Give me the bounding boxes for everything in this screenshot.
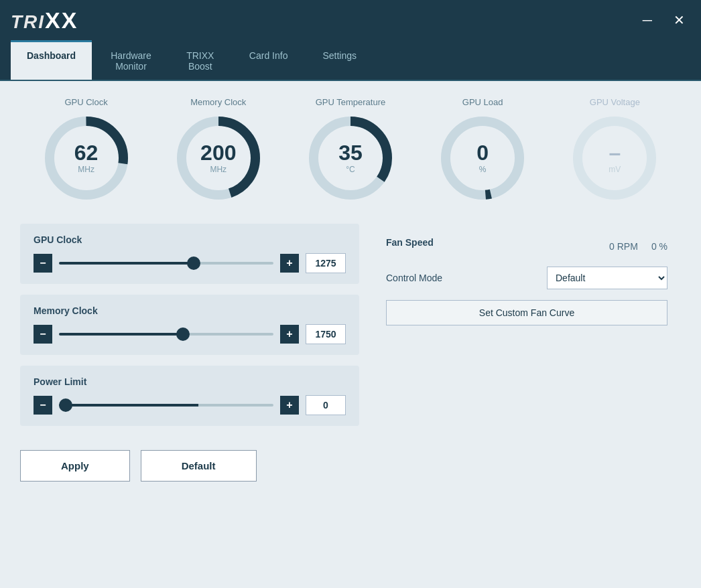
- memory-clock-slider-row: − + 1750: [34, 324, 346, 344]
- gpu-clock-slider-row: − + 1275: [34, 253, 346, 273]
- control-mode-select[interactable]: Default Manual Auto: [547, 267, 667, 289]
- tab-dashboard[interactable]: Dashboard: [11, 40, 92, 80]
- gauge-gpu-voltage-canvas: – mV: [568, 111, 661, 205]
- gauge-gpu-clock-canvas: 62 MHz: [40, 111, 133, 205]
- gpu-clock-value: 1275: [306, 253, 346, 273]
- gpu-clock-control-label: GPU Clock: [34, 234, 346, 245]
- gauge-gpu-clock: GPU Clock 62 MHz: [40, 97, 133, 205]
- app-logo: TRIXX: [11, 7, 78, 33]
- main-content: GPU Clock 62 MHz Memory Clock: [0, 81, 701, 588]
- set-fan-curve-button[interactable]: Set Custom Fan Curve: [386, 300, 667, 325]
- gauge-gpu-temp: GPU Temperature 35 °C: [304, 97, 397, 205]
- nav-bar: Dashboard HardwareMonitor TRIXXBoost Car…: [0, 40, 701, 81]
- default-button[interactable]: Default: [141, 450, 257, 482]
- gauge-gpu-load-canvas: 0 %: [436, 111, 529, 205]
- power-limit-control-card: Power Limit − + 0: [20, 366, 359, 426]
- power-limit-slider-row: − + 0: [34, 395, 346, 415]
- gpu-clock-decrement-button[interactable]: −: [34, 254, 52, 273]
- memory-clock-slider[interactable]: [59, 333, 273, 336]
- memory-clock-control-card: Memory Clock − + 1750: [20, 295, 359, 355]
- controls-row: GPU Clock − + 1275 Memory Clock − + 1750: [20, 224, 681, 482]
- gauge-memory-clock-label: Memory Clock: [190, 97, 246, 107]
- fan-rpm-value: 0 RPM: [609, 241, 638, 252]
- gauge-gpu-load-unit: %: [476, 165, 489, 174]
- tab-trixx-boost[interactable]: TRIXXBoost: [170, 40, 231, 80]
- fan-speed-row: Fan Speed 0 RPM 0 %: [386, 237, 667, 256]
- title-bar: TRIXX ─ ✕: [0, 0, 701, 40]
- gauge-gpu-voltage-unit: mV: [609, 165, 621, 174]
- gauge-gpu-clock-label: GPU Clock: [64, 97, 107, 107]
- left-controls: GPU Clock − + 1275 Memory Clock − + 1750: [20, 224, 359, 482]
- gauge-gpu-load: GPU Load 0 %: [436, 97, 529, 205]
- gauge-gpu-temp-unit: °C: [338, 165, 363, 174]
- gauge-gpu-temp-label: GPU Temperature: [316, 97, 386, 107]
- gpu-clock-slider[interactable]: [59, 262, 273, 265]
- gauge-gpu-clock-value: 62: [74, 142, 99, 163]
- gpu-clock-control-card: GPU Clock − + 1275: [20, 224, 359, 284]
- gauge-gpu-voltage-center: – mV: [609, 142, 621, 174]
- tab-hardware-monitor[interactable]: HardwareMonitor: [94, 40, 168, 80]
- power-limit-increment-button[interactable]: +: [280, 396, 299, 415]
- gauges-row: GPU Clock 62 MHz Memory Clock: [20, 97, 681, 205]
- gauge-memory-clock: Memory Clock 200 MHz: [172, 97, 265, 205]
- power-limit-slider[interactable]: [59, 404, 273, 407]
- power-limit-decrement-button[interactable]: −: [34, 396, 52, 415]
- gauge-gpu-voltage-value: –: [609, 142, 621, 163]
- memory-clock-control-label: Memory Clock: [34, 305, 346, 316]
- fan-speed-values: 0 RPM 0 %: [609, 241, 667, 252]
- gauge-memory-clock-value: 200: [200, 142, 236, 163]
- memory-clock-decrement-button[interactable]: −: [34, 325, 52, 344]
- gauge-memory-clock-center: 200 MHz: [200, 142, 236, 174]
- right-controls: Fan Speed 0 RPM 0 % Control Mode Default…: [373, 224, 681, 339]
- tab-card-info[interactable]: Card Info: [233, 40, 304, 80]
- bottom-buttons: Apply Default: [20, 450, 359, 482]
- gauge-gpu-clock-center: 62 MHz: [74, 142, 99, 174]
- gauge-gpu-voltage-label: GPU Voltage: [590, 97, 640, 107]
- gauge-gpu-temp-canvas: 35 °C: [304, 111, 397, 205]
- gauge-gpu-load-value: 0: [476, 142, 489, 163]
- memory-clock-increment-button[interactable]: +: [280, 325, 299, 344]
- apply-button[interactable]: Apply: [20, 450, 130, 482]
- gauge-memory-clock-canvas: 200 MHz: [172, 111, 265, 205]
- gauge-gpu-load-label: GPU Load: [462, 97, 503, 107]
- power-limit-value: 0: [306, 395, 346, 415]
- gauge-gpu-temp-value: 35: [338, 142, 363, 163]
- tab-settings[interactable]: Settings: [306, 40, 373, 80]
- close-button[interactable]: ✕: [668, 11, 690, 29]
- gauge-gpu-clock-unit: MHz: [74, 165, 99, 174]
- memory-clock-value: 1750: [306, 324, 346, 344]
- fan-speed-label: Fan Speed: [386, 237, 434, 248]
- gauge-gpu-load-center: 0 %: [476, 142, 489, 174]
- fan-percent-value: 0 %: [651, 241, 667, 252]
- gauge-memory-clock-unit: MHz: [200, 165, 236, 174]
- control-mode-label: Control Mode: [386, 273, 442, 283]
- gauge-gpu-temp-center: 35 °C: [338, 142, 363, 174]
- gauge-gpu-voltage: GPU Voltage – mV: [568, 97, 661, 205]
- minimize-button[interactable]: ─: [637, 11, 657, 29]
- control-mode-row: Control Mode Default Manual Auto: [386, 267, 667, 289]
- gpu-clock-increment-button[interactable]: +: [280, 254, 299, 273]
- power-limit-control-label: Power Limit: [34, 376, 346, 387]
- title-controls: ─ ✕: [637, 11, 690, 29]
